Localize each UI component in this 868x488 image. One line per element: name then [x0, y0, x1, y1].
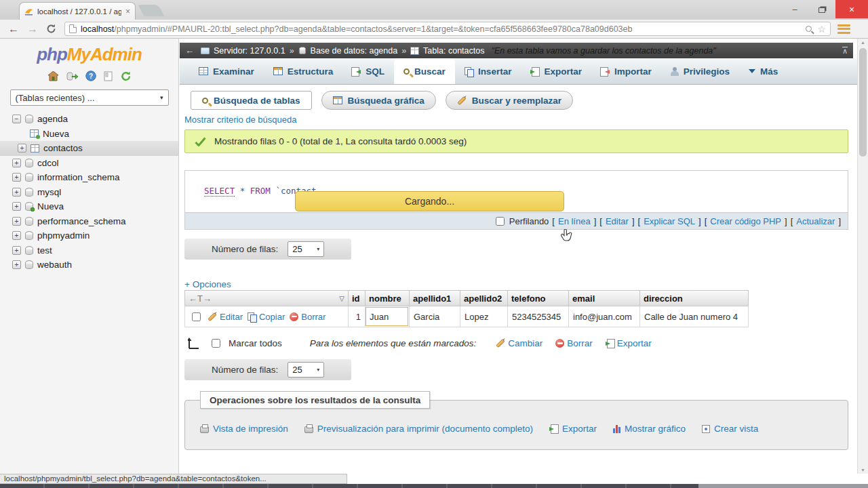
refresh-link[interactable]: Actualizar [796, 216, 835, 226]
column-header-email[interactable]: email [568, 291, 639, 306]
tab-sql[interactable]: SQL [342, 58, 394, 84]
inline-edit-link[interactable]: En línea [558, 216, 591, 226]
tree-item-label[interactable]: performance_schema [37, 216, 126, 226]
subtab-busqueda-tablas[interactable]: Búsqueda de tablas [191, 91, 312, 110]
edit-row-link[interactable]: Editar [208, 312, 243, 322]
reload-button[interactable] [46, 24, 56, 34]
tab-buscar[interactable]: Buscar [394, 58, 455, 84]
tree-item-test[interactable]: + test [0, 243, 178, 258]
hide-sidebar-icon[interactable]: ← [185, 45, 194, 56]
column-move-icon[interactable]: ←T→ [189, 293, 212, 304]
cell-apellido2[interactable]: Lopez [460, 306, 507, 327]
logout-icon[interactable] [66, 71, 78, 81]
tree-item-label[interactable]: information_schema [37, 172, 120, 182]
window-close-button[interactable]: × [835, 0, 868, 18]
recent-tables-select[interactable]: (Tablas recientes) ... ▾ [10, 89, 169, 106]
cell-id[interactable]: 1 [348, 306, 365, 327]
tree-item-label[interactable]: cdcol [37, 158, 59, 168]
tree-item-label[interactable]: Nueva [43, 129, 69, 139]
create-php-link[interactable]: Crear código PHP [710, 216, 781, 226]
options-toggle-link[interactable]: + Opciones [184, 279, 231, 289]
tree-item-webauth[interactable]: + webauth [0, 258, 178, 272]
tab-examinar[interactable]: Examinar [189, 58, 264, 84]
tree-item-cdcol[interactable]: + cdcol [0, 156, 178, 171]
tree-item-label[interactable]: contactos [43, 143, 83, 153]
zoom-icon[interactable] [806, 26, 812, 32]
scroll-top-icon[interactable]: ∧ [842, 47, 848, 54]
subtab-busqueda-grafica[interactable]: Búsqueda gráfica [321, 91, 436, 110]
back-button[interactable]: ← [8, 24, 19, 35]
print-preview-link[interactable]: Previsualización para imprimir (document… [304, 424, 533, 434]
home-icon[interactable] [47, 71, 59, 81]
refresh-icon[interactable] [121, 71, 132, 81]
tree-item-label[interactable]: test [37, 245, 52, 256]
tree-item-label[interactable]: webauth [37, 260, 72, 270]
rows-per-page-select[interactable]: 25 ▾ [288, 362, 324, 378]
bulk-delete-link[interactable]: Borrar [555, 338, 593, 348]
tree-item-information-schema[interactable]: + information_schema [0, 170, 178, 185]
tree-item-performance-schema[interactable]: + performance_schema [0, 214, 178, 229]
check-all-checkbox[interactable] [212, 339, 220, 348]
breadcrumb-database[interactable]: Base de datos: agenda [311, 46, 398, 56]
scrollbar-thumb[interactable] [859, 48, 867, 157]
tree-item-new-table[interactable]: Nueva [0, 127, 178, 142]
documentation-icon[interactable] [104, 71, 113, 81]
window-restore-button[interactable] [808, 0, 835, 18]
tree-item-mysql[interactable]: + mysql [0, 185, 178, 200]
column-header-direccion[interactable]: direccion [639, 291, 748, 306]
tree-item-label[interactable]: agenda [37, 114, 68, 124]
expand-toggle-icon[interactable]: + [12, 159, 21, 167]
display-chart-link[interactable]: Mostrar gráfico [613, 424, 686, 434]
expand-toggle-icon[interactable]: + [12, 188, 21, 197]
tree-item-agenda[interactable]: − agenda [0, 112, 178, 127]
bulk-export-link[interactable]: Exportar [606, 338, 652, 348]
browser-tab[interactable]: localhost / 127.0.0.1 / agen × [19, 2, 136, 20]
expand-toggle-icon[interactable]: + [12, 173, 21, 182]
tab-insertar[interactable]: Insertar [455, 58, 521, 84]
window-minimize-button[interactable]: – [781, 0, 808, 18]
copy-row-link[interactable]: Copiar [248, 312, 285, 322]
tree-item-label[interactable]: Nueva [37, 201, 64, 211]
profiling-checkbox[interactable] [496, 217, 505, 226]
forward-button[interactable]: → [27, 24, 38, 35]
expand-toggle-icon[interactable]: + [12, 202, 21, 211]
expand-toggle-icon[interactable]: + [18, 144, 26, 152]
show-criteria-link[interactable]: Mostrar criterio de búsqueda [184, 115, 296, 125]
column-header-apellido1[interactable]: apellido1 [409, 291, 460, 306]
sort-icon[interactable]: ▽ [339, 295, 344, 302]
column-header-nombre[interactable]: nombre [365, 291, 409, 306]
row-checkbox[interactable] [192, 312, 201, 321]
tree-item-phpmyadmin[interactable]: + phpmyadmin [0, 228, 178, 243]
rows-per-page-select[interactable]: 25 ▾ [288, 241, 324, 257]
page-scrollbar[interactable] [857, 39, 868, 474]
bookmark-star-icon[interactable]: ☆ [817, 24, 826, 35]
tab-mas[interactable]: Más [739, 58, 787, 84]
edit-link[interactable]: Editar [606, 216, 629, 226]
expand-toggle-icon[interactable]: + [12, 260, 21, 269]
tree-item-contactos[interactable]: + contactos [0, 141, 178, 156]
create-view-link[interactable]: Crear vista [702, 424, 758, 434]
print-view-link[interactable]: Vista de impresión [200, 424, 288, 434]
tab-privilegios[interactable]: Privilegios [661, 58, 739, 84]
tab-estructura[interactable]: Estructura [264, 58, 343, 84]
subtab-buscar-reemplazar[interactable]: Buscar y reemplazar [446, 91, 573, 110]
tab-exportar[interactable]: Exportar [521, 58, 591, 84]
expand-toggle-icon[interactable]: + [12, 246, 21, 255]
tree-item-nueva[interactable]: + Nueva [0, 199, 178, 214]
cell-email[interactable]: info@juan.com [568, 306, 639, 327]
breadcrumb-server[interactable]: Servidor: 127.0.0.1 [214, 46, 285, 56]
column-header-apellido2[interactable]: apellido2 [460, 291, 507, 306]
tree-item-label[interactable]: mysql [37, 187, 61, 197]
export-results-link[interactable]: Exportar [549, 424, 597, 434]
cell-apellido1[interactable]: Garcia [409, 306, 460, 327]
tree-item-label[interactable]: phpmyadmin [37, 230, 90, 241]
collapse-toggle-icon[interactable]: − [12, 115, 21, 123]
cell-telefono[interactable]: 5234525345 [507, 306, 568, 327]
tab-importar[interactable]: Importar [591, 58, 661, 84]
explain-sql-link[interactable]: Explicar SQL [644, 216, 695, 226]
cell-direccion[interactable]: Calle de Juan numero 4 [639, 306, 748, 327]
url-bar[interactable]: localhost /phpmyadmin/#PMAURL-20:tbl_sel… [64, 22, 831, 36]
browser-menu-button[interactable] [837, 24, 850, 34]
column-header-id[interactable]: id [348, 291, 365, 306]
delete-row-link[interactable]: Borrar [290, 312, 326, 322]
